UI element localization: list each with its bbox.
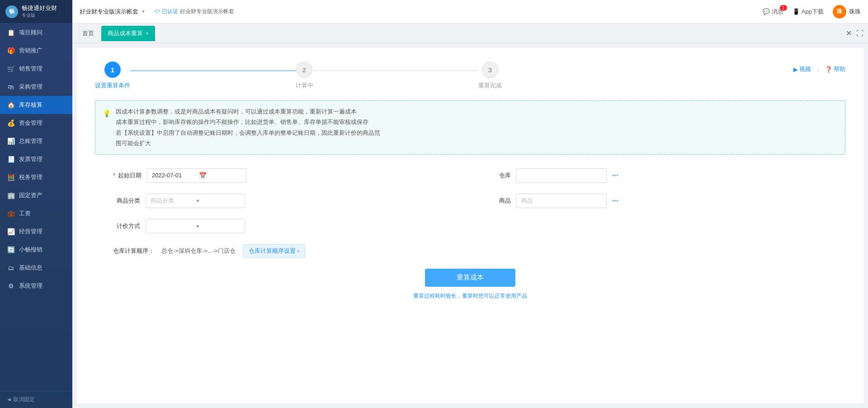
pricing-chevron-icon: ▼ (195, 223, 240, 229)
calendar-icon: 📅 (199, 172, 241, 179)
tabbar-right: ✕ ⛶ (846, 29, 868, 38)
info-box: 💡 因成本计算参数调整，或是对商品成本有疑问时，可以通过成本重算功能，重新计算一… (95, 100, 845, 155)
verified-badge: 🛡 已认证 好业财专业版演示帐套 (155, 8, 234, 15)
help-link[interactable]: ❓ 帮助 (825, 65, 845, 73)
pricing-field: 计价方式 ▼ (113, 219, 827, 233)
sidebar-item-tax[interactable]: 🧮 税务管理 (0, 168, 72, 186)
avatar: 珠 (833, 5, 846, 19)
tabbar: 首页 商品成本重算 × ✕ ⛶ (72, 24, 868, 43)
warehouse-more-button[interactable]: ··· (612, 171, 618, 180)
account-chevron-icon: ▼ (141, 9, 146, 14)
gift-icon: 🎁 (6, 46, 15, 55)
sidebar-item-basic[interactable]: 🗂 基础信息 (0, 259, 72, 277)
step-3: 3 重算完成 (478, 62, 502, 90)
sidebar-nav: 📋 项目顾问 🎁 营销推广 🛒 销售管理 🛍 采购管理 🏠 库存核算 💰 资金管… (0, 24, 72, 391)
step-3-label: 重算完成 (478, 81, 502, 90)
topbar: 好业财专业版演示帐套 ▼ 🛡 已认证 好业财专业版演示帐套 💬 消息 1 📱 A… (72, 0, 868, 24)
tax-icon: 🧮 (6, 173, 15, 182)
form-row-2: 商品分类 商品分类 ▼ 商品 商品 ··· (113, 194, 827, 208)
category-select[interactable]: 商品分类 ▼ (146, 194, 245, 208)
form-row-3: 计价方式 ▼ (113, 219, 827, 233)
goods-label: 商品 (484, 197, 511, 205)
sidebar-item-project[interactable]: 📋 项目顾问 (0, 24, 72, 42)
operations-icon: 📈 (6, 227, 15, 236)
topbar-right: 💬 消息 1 📱 App下载 珠 珠珠 (763, 5, 861, 19)
assets-icon: 🏢 (6, 191, 15, 200)
sidebar: 畅 畅捷通好业财 专业版 📋 项目顾问 🎁 营销推广 🛒 销售管理 🛍 采购管理… (0, 0, 72, 408)
invoice-icon: 🧾 (6, 155, 15, 164)
warehouse-field: 仓库 ··· (484, 168, 827, 183)
account-name: 好业财专业版演示帐套 (80, 8, 138, 16)
ledger-icon: 📊 (6, 137, 15, 146)
messages-button[interactable]: 💬 消息 1 (763, 8, 783, 16)
sidebar-pin-toggle[interactable]: ◄ 取消固定 (0, 391, 72, 408)
purchase-icon: 🛍 (6, 82, 15, 91)
warehouse-order-label: 仓库计算顺序： (113, 247, 154, 255)
warehouse-label: 仓库 (484, 171, 511, 180)
sidebar-item-expense[interactable]: 🔄 小畅报销 (0, 241, 72, 259)
project-icon: 📋 (6, 28, 15, 37)
salary-icon: 💼 (6, 209, 15, 218)
sales-icon: 🛒 (6, 64, 15, 73)
tab-close-icon[interactable]: × (146, 30, 149, 37)
step-3-circle: 3 (482, 62, 498, 78)
submit-hint: 重算过程耗时较长，重算时您可以正常使用产品 (413, 292, 527, 300)
sidebar-item-operations[interactable]: 📈 经营管理 (0, 223, 72, 241)
question-icon: ❓ (825, 66, 832, 73)
start-date-input[interactable]: 2022-07-01 📅 (147, 168, 246, 183)
sidebar-logo: 畅 畅捷通好业财 专业版 (0, 0, 72, 24)
logo-text: 畅捷通好业财 专业版 (22, 5, 57, 19)
goods-field: 商品 商品 ··· (484, 194, 827, 208)
form-section: * 起始日期 2022-07-01 📅 仓库 ··· (95, 168, 845, 258)
tab-recalc[interactable]: 商品成本重算 × (101, 26, 155, 41)
sidebar-item-general[interactable]: 📊 总账管理 (0, 132, 72, 150)
warehouse-order-value: 总仓->深圳仓库->...->门店仓 (161, 247, 236, 255)
sidebar-item-invoice[interactable]: 🧾 发票管理 (0, 150, 72, 168)
recalculate-button[interactable]: 重算成本 (425, 269, 515, 287)
step-connector-1 (130, 71, 296, 71)
sidebar-item-inventory[interactable]: 🏠 库存核算 (0, 96, 72, 114)
help-actions: ▶ 视频 | ❓ 帮助 (793, 62, 845, 73)
info-text: 因成本计算参数调整，或是对商品成本有疑问时，可以通过成本重算功能，重新计算一遍成… (116, 106, 380, 149)
submit-area: 重算成本 重算过程耗时较长，重算时您可以正常使用产品 (95, 269, 845, 300)
shield-icon: 🛡 (155, 9, 160, 15)
pricing-select[interactable]: ▼ (146, 219, 245, 233)
sidebar-item-salary[interactable]: 💼 工资 (0, 204, 72, 223)
page-content: 1 设置重算条件 2 计算中 3 (77, 48, 863, 403)
step-2-label: 计算中 (296, 81, 313, 90)
expense-icon: 🔄 (6, 245, 15, 254)
step-1: 1 设置重算条件 (95, 62, 130, 90)
expand-window-icon[interactable]: ⛶ (856, 29, 863, 38)
sidebar-item-purchase[interactable]: 🛍 采购管理 (0, 78, 72, 96)
steps-row: 1 设置重算条件 2 计算中 3 (95, 62, 502, 90)
step-connector-2 (313, 71, 479, 71)
start-date-label: * 起始日期 (113, 171, 142, 180)
warehouse-input[interactable] (516, 168, 607, 183)
sidebar-item-finance[interactable]: 💰 资金管理 (0, 114, 72, 132)
sidebar-item-assets[interactable]: 🏢 固定资产 (0, 186, 72, 204)
sidebar-item-system[interactable]: ⚙ 系统管理 (0, 277, 72, 295)
close-window-icon[interactable]: ✕ (846, 29, 852, 38)
warehouse-order-settings-button[interactable]: 仓库计算顺序设置 › (243, 244, 305, 258)
step-1-label: 设置重算条件 (95, 81, 130, 90)
pricing-label: 计价方式 (113, 222, 140, 230)
category-chevron-icon: ▼ (195, 198, 240, 204)
video-link[interactable]: ▶ 视频 (793, 65, 811, 73)
logo-icon: 畅 (5, 5, 18, 18)
sidebar-item-sales[interactable]: 🛒 销售管理 (0, 60, 72, 78)
chevron-right-icon: › (297, 247, 299, 254)
goods-more-button[interactable]: ··· (612, 197, 618, 205)
sidebar-item-marketing[interactable]: 🎁 营销推广 (0, 42, 72, 60)
category-label: 商品分类 (113, 197, 140, 205)
account-selector[interactable]: 好业财专业版演示帐套 ▼ (80, 8, 146, 16)
steps-area: 1 设置重算条件 2 计算中 3 (95, 62, 845, 90)
user-menu[interactable]: 珠 珠珠 (833, 5, 861, 19)
step-1-circle: 1 (104, 62, 121, 78)
step-2: 2 计算中 (296, 62, 313, 90)
category-field: 商品分类 商品分类 ▼ (113, 194, 457, 208)
goods-input[interactable]: 商品 (516, 194, 607, 208)
app-download-button[interactable]: 📱 App下载 (793, 8, 824, 16)
required-star: * (113, 172, 115, 179)
tab-home[interactable]: 首页 (76, 26, 100, 41)
home-icon: 🏠 (6, 100, 15, 109)
